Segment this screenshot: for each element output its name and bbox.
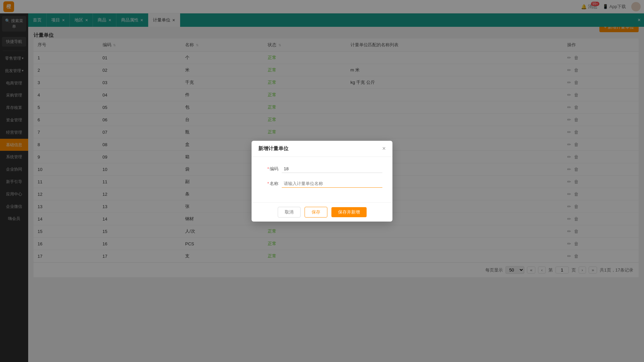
required-star-name: *	[267, 181, 269, 186]
modal-close-button[interactable]: ×	[382, 145, 386, 152]
save-button[interactable]: 保存	[305, 207, 327, 218]
modal-title: 新增计量单位	[258, 145, 288, 152]
form-name-label: *名称	[262, 181, 282, 187]
form-row-name: *名称	[262, 180, 382, 188]
cancel-button[interactable]: 取消	[278, 207, 301, 218]
add-unit-modal: 新增计量单位 × *编码 *名称 取消 保存 保存并新增	[252, 141, 392, 222]
modal-footer: 取消 保存 保存并新增	[252, 202, 392, 222]
save-and-new-button[interactable]: 保存并新增	[331, 207, 367, 217]
modal-body: *编码 *名称	[252, 157, 392, 202]
name-input[interactable]	[282, 180, 382, 188]
required-star-code: *	[267, 166, 269, 171]
form-row-code: *编码	[262, 165, 382, 173]
modal-overlay[interactable]: 新增计量单位 × *编码 *名称 取消 保存 保存并新增	[0, 0, 644, 362]
code-input[interactable]	[282, 165, 382, 173]
form-code-label: *编码	[262, 166, 282, 172]
modal-header: 新增计量单位 ×	[252, 141, 392, 157]
